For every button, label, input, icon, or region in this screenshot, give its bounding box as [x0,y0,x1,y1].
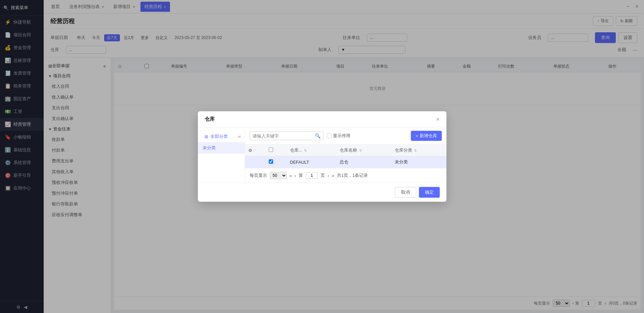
modal-col-name: 仓库名称 ⇅ [336,145,391,156]
add-icon: + [416,133,418,139]
cancel-button[interactable]: 取消 [395,187,416,198]
modal-page-label: 算 [299,172,303,179]
modal-uncategorized[interactable]: 未分类 [198,142,245,154]
modal-gear-icon[interactable]: ⚙ [248,148,252,153]
table-row[interactable]: DEFAULT 总仓 未分类 [245,156,446,168]
row-code-cell: DEFAULT [287,156,336,168]
modal-search-input[interactable] [253,133,313,139]
modal-left-collapse-btn[interactable]: « [237,132,243,141]
row-name-cell: 总仓 [336,156,391,168]
modal-toolbar: 🔍 显示停用 + 新增仓库 [245,127,446,145]
modal-header: 仓库 × [198,111,446,127]
add-warehouse-button[interactable]: + 新增仓库 [411,131,442,141]
all-categories-label: 全部分类 [210,133,228,140]
modal-col-code-label: 仓库... [290,148,302,153]
sort-icon-name[interactable]: ⇅ [359,149,362,152]
show-disabled-label: 显示停用 [333,133,350,139]
modal-footer: 每页显示 50 100 « ‹ 算 页 › » 共1页，1条记录 [245,168,446,183]
modal-left-panel: ⊞ 全部分类 « 未分类 [198,127,245,183]
warehouse-modal: 仓库 × ⊞ 全部分类 « 未分类 [198,111,446,202]
show-disabled-checkbox[interactable] [327,133,332,138]
modal-search-box[interactable]: 🔍 [250,131,324,140]
add-warehouse-label: 新增仓库 [420,133,437,139]
modal-prev-btn[interactable]: ‹ [295,173,296,178]
row-checkbox-cell[interactable] [265,156,287,168]
modal-table: ⚙ 仓库... ⇅ 仓库名称 ⇅ [245,145,446,168]
row-checkbox[interactable] [269,159,273,164]
modal-close-button[interactable]: × [436,116,440,122]
modal-actions: 取消 确定 [198,183,446,202]
modal-body: ⊞ 全部分类 « 未分类 🔍 显 [198,127,446,183]
modal-per-page-select[interactable]: 50 100 [270,172,287,179]
modal-col-category-label: 仓库分类 [395,148,412,153]
modal-search-icon: 🔍 [315,133,320,139]
sort-icon-category[interactable]: ⇅ [414,149,417,152]
modal-right-panel: 🔍 显示停用 + 新增仓库 ⚙ [245,127,446,183]
row-settings-cell [245,156,265,168]
grid-icon-modal: ⊞ [205,134,208,139]
uncategorized-label: 未分类 [203,145,216,150]
modal-page-suffix: 页 [320,172,325,179]
modal-last-btn[interactable]: » [332,173,334,178]
show-disabled-toggle[interactable]: 显示停用 [327,133,350,139]
modal-col-name-label: 仓库名称 [340,148,357,153]
modal-col-settings: ⚙ [245,145,265,156]
modal-next-btn[interactable]: › [328,173,329,178]
sort-icon-code[interactable]: ⇅ [304,149,307,152]
modal-overlay[interactable]: 仓库 × ⊞ 全部分类 « 未分类 [0,0,644,313]
modal-col-checkbox [265,145,287,156]
modal-all-categories[interactable]: ⊞ 全部分类 [200,131,232,142]
modal-col-category: 仓库分类 ⇅ [391,145,446,156]
confirm-button[interactable]: 确定 [419,187,440,198]
modal-per-page-label: 每页显示 [250,172,267,179]
modal-col-code: 仓库... ⇅ [287,145,336,156]
modal-select-all[interactable] [269,148,273,152]
modal-total: 共1页，1条记录 [337,172,368,179]
modal-first-btn[interactable]: « [290,173,292,178]
modal-page-input[interactable] [306,172,318,179]
modal-title: 仓库 [205,116,215,122]
row-category-cell: 未分类 [391,156,446,168]
modal-table-wrap: ⚙ 仓库... ⇅ 仓库名称 ⇅ [245,145,446,168]
